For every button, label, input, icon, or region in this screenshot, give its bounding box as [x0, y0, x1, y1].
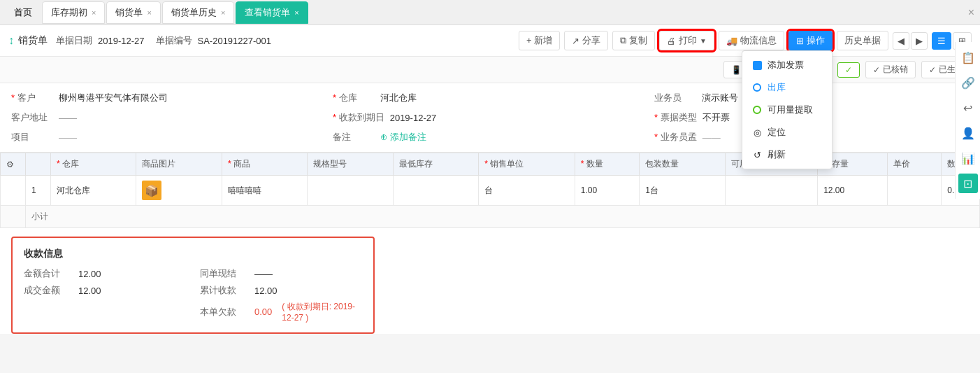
- col-image: 商品图片: [136, 153, 222, 176]
- operations-button[interactable]: ⊞ 操作: [788, 31, 833, 50]
- address-label: 客户地址: [11, 111, 53, 124]
- subtotal-label: 小计: [26, 206, 980, 228]
- locate-icon: ◎: [752, 127, 762, 137]
- col-unit: 销售单位: [479, 153, 575, 176]
- doc-title-icon: ↕: [8, 34, 14, 47]
- table-wrapper: ⚙ 仓库 商品图片 商品 规格型号 最低库存 销售单位 数量 包装数量 可用量 …: [0, 153, 980, 228]
- verify-button[interactable]: ✓: [837, 62, 860, 78]
- col-unit-price: 单价: [888, 153, 942, 176]
- tab-view-sales[interactable]: 查看销货单 ×: [236, 1, 308, 24]
- prev-button[interactable]: ◀: [893, 32, 909, 50]
- staff-value: 演示账号: [702, 92, 738, 104]
- doc-title: ↕ 销货单: [8, 34, 48, 47]
- same-order-row: 同单现结 ——: [200, 267, 362, 280]
- doc-meta: 单据日期 2019-12-27 单据编号 SA-20191227-001: [56, 34, 271, 47]
- col-spec: 规格型号: [308, 153, 393, 176]
- tab-home[interactable]: 首页: [6, 2, 41, 23]
- same-order-value: ——: [254, 269, 273, 279]
- owed-row: 本单欠款 0.00 ( 收款到期日: 2019-12-27 ): [200, 301, 362, 323]
- dropdown-outbound[interactable]: 出库: [742, 76, 832, 99]
- product-image: 📦: [142, 181, 161, 200]
- payment-grid-right: 同单现结 —— 累计收款 12.00 本单欠款 0.00 ( 收款到期日: 20…: [200, 267, 362, 323]
- payment-date-field: 收款到期日 2019-12-27: [333, 111, 647, 124]
- tab-inventory-init[interactable]: 库存期初 ×: [42, 1, 105, 24]
- refresh-icon: ↺: [752, 150, 762, 160]
- col-product: 商品: [222, 153, 307, 176]
- tab-sales-history[interactable]: 销货单历史 ×: [162, 1, 234, 24]
- print-button[interactable]: 🖨 打印 ▼: [659, 31, 714, 50]
- verified-icon: ✓: [873, 65, 880, 75]
- project-label: 项目: [11, 131, 53, 143]
- row-product: 嘻嘻嘻嘻: [222, 176, 307, 206]
- tab-bar: 首页 库存期初 × 销货单 × 销货单历史 × 查看销货单 × ×: [0, 0, 980, 25]
- operations-icon: ⊞: [796, 36, 804, 46]
- transaction-row: 成交金额 12.00: [24, 284, 186, 297]
- sidebar-icon-expand[interactable]: ⊡: [958, 174, 978, 193]
- logistics-button[interactable]: 🚚 物流信息: [719, 31, 784, 50]
- staff-label: 业务员: [654, 92, 696, 104]
- doc-title-text: 销货单: [18, 34, 48, 47]
- cumulative-row: 累计收款 12.00: [200, 284, 362, 297]
- add-button[interactable]: + 新增: [519, 31, 560, 50]
- address-field: 客户地址 ——: [11, 111, 326, 124]
- dropdown-available-extract[interactable]: 可用量提取: [742, 99, 832, 121]
- payment-grid: 金额合计 12.00 成交金额 12.00 同单现结 —— 累计收款 12.00: [24, 267, 362, 323]
- phone-icon: 📱: [731, 65, 742, 75]
- owed-value: 0.00: [254, 307, 272, 317]
- row-no: 1: [26, 176, 51, 206]
- doc-number-label: 单据编号 SA-20191227-001: [156, 34, 272, 47]
- check-icon: ✓: [845, 65, 852, 75]
- sidebar-icon-1[interactable]: 📋: [958, 48, 978, 67]
- tab-sales-order[interactable]: 销货单 ×: [106, 1, 160, 24]
- staff2-value: ——: [702, 132, 721, 143]
- dropdown-locate[interactable]: ◎ 定位: [742, 121, 832, 143]
- row-current-stock: 12.00: [818, 176, 888, 206]
- copy-button[interactable]: ⧉ 复制: [612, 31, 655, 50]
- payment-grid-left: 金额合计 12.00 成交金额 12.00: [24, 267, 186, 323]
- nav-arrows: ◀ ▶: [893, 32, 928, 50]
- staff2-label: 业务员孟: [654, 131, 697, 143]
- next-button[interactable]: ▶: [911, 32, 928, 50]
- row-qty: 1.00: [575, 176, 639, 206]
- settings-icon[interactable]: ⚙: [6, 160, 14, 169]
- tab-close-sales-order[interactable]: ×: [147, 8, 151, 17]
- toolbar2: 📱 来自手机 未开票 ✓ ✓ 已核销 ✓ 已生效: [0, 57, 980, 83]
- share-icon: ↗: [572, 36, 579, 46]
- customer-value: 柳州粤港平安气体有限公司: [59, 92, 168, 104]
- tab-close-view-sales[interactable]: ×: [294, 8, 298, 17]
- row-unit-price: [888, 176, 942, 206]
- customer-field: 客户 柳州粤港平安气体有限公司: [11, 92, 326, 104]
- sidebar-icon-2[interactable]: 🔗: [958, 73, 978, 92]
- col-package-qty: 包装数量: [640, 153, 725, 176]
- dropdown-add-invoice[interactable]: 添加发票: [742, 54, 832, 76]
- print-icon: 🖨: [667, 36, 676, 46]
- total-amount-value: 12.00: [78, 269, 101, 279]
- remark-add-btn[interactable]: ⊕ 添加备注: [380, 131, 426, 143]
- transaction-value: 12.00: [78, 286, 101, 296]
- add-invoice-icon: [752, 60, 762, 70]
- cumulative-value: 12.00: [254, 286, 278, 296]
- doc-header: ↕ 销货单 单据日期 2019-12-27 单据编号 SA-20191227-0…: [0, 25, 980, 57]
- sidebar-icon-4[interactable]: 👤: [958, 123, 978, 143]
- row-spec: [308, 176, 393, 206]
- total-amount-label: 金额合计: [24, 267, 73, 280]
- effective-icon: ✓: [929, 65, 936, 75]
- tab-close-sales-history[interactable]: ×: [221, 8, 225, 17]
- verified-button[interactable]: ✓ 已核销: [865, 61, 916, 78]
- dropdown-refresh[interactable]: ↺ 刷新: [742, 143, 832, 166]
- outbound-icon: [752, 83, 762, 92]
- print-dropdown-icon: ▼: [700, 37, 707, 45]
- share-button[interactable]: ↗ 分享: [564, 31, 608, 50]
- tab-close-inventory[interactable]: ×: [92, 8, 96, 17]
- sidebar-icon-5[interactable]: 📊: [958, 148, 978, 168]
- row-image: 📦: [136, 176, 222, 206]
- operations-wrapper: ⊞ 操作 添加发票 出库: [788, 31, 833, 50]
- payment-date-value: 2019-12-27: [390, 113, 437, 123]
- history-button[interactable]: 历史单据: [837, 31, 888, 50]
- subtotal-row: 小计: [1, 206, 980, 228]
- transaction-label: 成交金额: [24, 284, 73, 297]
- copy-icon: ⧉: [620, 35, 626, 46]
- window-close-icon[interactable]: ×: [968, 6, 974, 19]
- sidebar-icon-3[interactable]: ↩: [958, 98, 978, 118]
- list-view-button[interactable]: ☰: [932, 32, 951, 50]
